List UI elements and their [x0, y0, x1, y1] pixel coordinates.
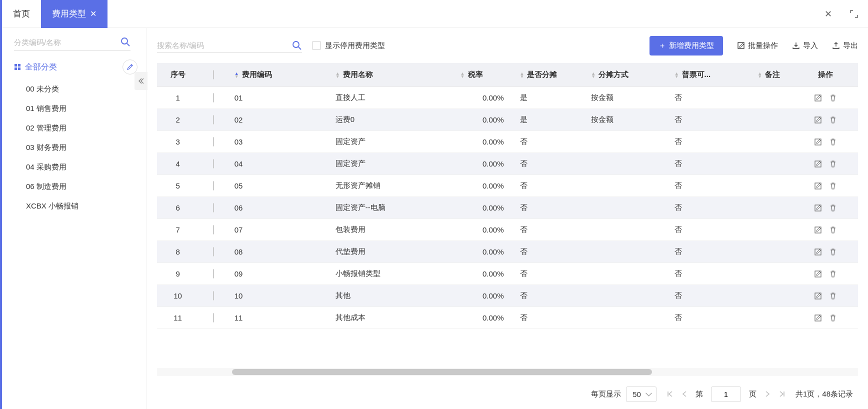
page-input[interactable] — [711, 386, 741, 402]
tab-home[interactable]: 首页 — [2, 0, 41, 28]
show-disabled-checkbox[interactable]: 显示停用费用类型 — [312, 41, 385, 50]
delete-icon[interactable] — [829, 314, 837, 322]
th-select-all[interactable] — [198, 63, 228, 87]
next-page-icon[interactable] — [764, 390, 770, 398]
sidebar-item[interactable]: 02 管理费用 — [26, 118, 142, 138]
checkbox-icon[interactable] — [312, 41, 321, 50]
table-row: 909小畅报销类型0.00%否否 — [157, 263, 858, 285]
checkbox-icon[interactable] — [213, 70, 214, 80]
cell-method — [585, 197, 668, 219]
sidebar-item[interactable]: 03 财务费用 — [26, 138, 142, 158]
cell-checkbox[interactable] — [198, 175, 228, 197]
th-op: 操作 — [792, 63, 858, 87]
scrollbar-thumb[interactable] — [232, 369, 652, 375]
sidebar-search-input[interactable] — [14, 38, 120, 46]
edit-icon[interactable] — [814, 314, 822, 322]
tree-root[interactable]: 全部分类 — [14, 60, 142, 74]
checkbox-icon[interactable] — [213, 247, 214, 256]
cell-name: 固定资产 — [330, 153, 454, 175]
edit-icon[interactable] — [814, 226, 822, 234]
cell-name: 代垫费用 — [330, 241, 454, 263]
cell-op — [792, 285, 858, 307]
th-name[interactable]: ▲▼费用名称 — [330, 63, 454, 87]
cell-note — [752, 131, 792, 153]
cell-share: 是 — [514, 87, 586, 109]
th-rate[interactable]: ▲▼税率 — [454, 63, 514, 87]
th-invoice[interactable]: ▲▼普票可... — [668, 63, 752, 87]
collapse-sidebar-button[interactable] — [134, 72, 148, 90]
th-note[interactable]: ▲▼备注 — [752, 63, 792, 87]
delete-icon[interactable] — [829, 182, 837, 190]
batch-operation-button[interactable]: 批量操作 — [737, 41, 778, 50]
checkbox-icon[interactable] — [213, 137, 214, 146]
import-button[interactable]: 导入 — [792, 41, 818, 50]
cell-checkbox[interactable] — [198, 219, 228, 241]
delete-icon[interactable] — [829, 270, 837, 278]
edit-icon[interactable] — [814, 138, 822, 146]
expand-icon[interactable] — [845, 5, 863, 23]
edit-icon[interactable] — [814, 160, 822, 168]
cell-checkbox[interactable] — [198, 285, 228, 307]
cell-checkbox[interactable] — [198, 87, 228, 109]
delete-icon[interactable] — [829, 292, 837, 300]
edit-icon[interactable] — [814, 94, 822, 102]
th-method[interactable]: ▲▼分摊方式 — [585, 63, 668, 87]
page-size-select[interactable]: 50 — [626, 386, 656, 402]
page-prefix: 第 — [696, 390, 703, 399]
sidebar-item[interactable]: 06 制造费用 — [26, 177, 142, 196]
delete-icon[interactable] — [829, 204, 837, 212]
edit-icon[interactable] — [814, 248, 822, 256]
cell-checkbox[interactable] — [198, 263, 228, 285]
export-button[interactable]: 导出 — [832, 41, 858, 50]
edit-icon[interactable] — [814, 116, 822, 124]
cell-checkbox[interactable] — [198, 197, 228, 219]
edit-icon[interactable] — [814, 292, 822, 300]
th-share[interactable]: ▲▼是否分摊 — [514, 63, 586, 87]
checkbox-icon[interactable] — [213, 203, 214, 212]
sidebar-item[interactable]: 00 未分类 — [26, 80, 142, 99]
horizontal-scrollbar[interactable] — [157, 368, 858, 376]
checkbox-icon[interactable] — [213, 115, 214, 124]
prev-page-icon[interactable] — [682, 390, 688, 398]
delete-icon[interactable] — [829, 116, 837, 124]
sidebar-item[interactable]: 04 采购费用 — [26, 158, 142, 177]
close-icon[interactable]: ✕ — [90, 9, 96, 18]
th-code[interactable]: ▲▼费用编码 — [228, 63, 330, 87]
batch-label: 批量操作 — [748, 41, 778, 50]
close-all-tabs-icon[interactable]: ✕ — [819, 5, 837, 23]
last-page-icon[interactable] — [778, 390, 786, 398]
sidebar-item[interactable]: XCBX 小畅报销 — [26, 196, 142, 216]
delete-icon[interactable] — [829, 248, 837, 256]
edit-icon[interactable] — [814, 204, 822, 212]
delete-icon[interactable] — [829, 226, 837, 234]
checkbox-icon[interactable] — [213, 225, 214, 234]
search-icon[interactable] — [120, 37, 130, 47]
checkbox-icon[interactable] — [213, 291, 214, 300]
cell-checkbox[interactable] — [198, 131, 228, 153]
add-expense-type-button[interactable]: ＋ 新增费用类型 — [650, 36, 723, 56]
edit-icon[interactable] — [814, 182, 822, 190]
search-icon[interactable] — [292, 40, 302, 50]
tab-expense-type[interactable]: 费用类型 ✕ — [41, 0, 108, 28]
cell-checkbox[interactable] — [198, 307, 228, 329]
checkbox-icon[interactable] — [213, 93, 214, 102]
checkbox-icon[interactable] — [213, 269, 214, 278]
cell-invoice: 否 — [668, 307, 752, 329]
th-seq[interactable]: 序号 — [157, 63, 198, 87]
checkbox-icon[interactable] — [213, 159, 214, 168]
edit-icon[interactable] — [814, 270, 822, 278]
cell-code: 03 — [228, 131, 330, 153]
cell-share: 否 — [514, 197, 586, 219]
sidebar-item[interactable]: 01 销售费用 — [26, 99, 142, 118]
cell-checkbox[interactable] — [198, 153, 228, 175]
delete-icon[interactable] — [829, 160, 837, 168]
checkbox-icon[interactable] — [213, 181, 214, 190]
cell-checkbox[interactable] — [198, 241, 228, 263]
checkbox-icon[interactable] — [213, 313, 214, 322]
delete-icon[interactable] — [829, 138, 837, 146]
first-page-icon[interactable] — [666, 390, 674, 398]
delete-icon[interactable] — [829, 94, 837, 102]
cell-method — [585, 153, 668, 175]
cell-checkbox[interactable] — [198, 109, 228, 131]
content-search-input[interactable] — [157, 41, 292, 50]
